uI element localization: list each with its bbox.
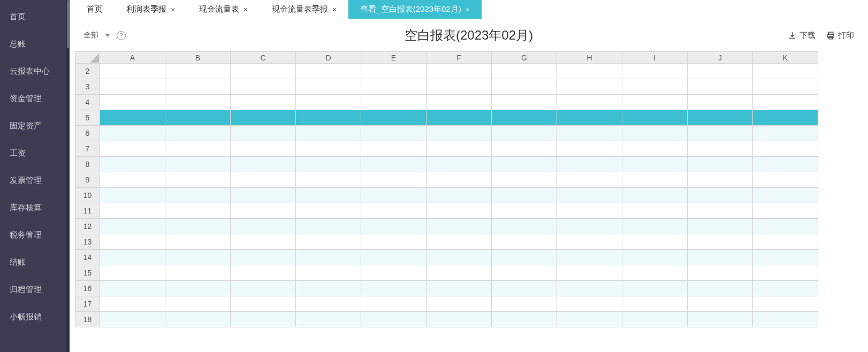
- cell[interactable]: [688, 250, 753, 265]
- download-button[interactable]: 下载: [788, 30, 816, 41]
- cell[interactable]: [231, 281, 296, 296]
- sidebar-item-tax[interactable]: 税务管理: [0, 221, 70, 249]
- cell[interactable]: [557, 172, 622, 188]
- cell[interactable]: [753, 219, 818, 234]
- row-header[interactable]: 4: [75, 95, 100, 110]
- sheet-corner[interactable]: [75, 52, 100, 64]
- cell[interactable]: [296, 79, 361, 95]
- cell[interactable]: [231, 64, 296, 79]
- cell[interactable]: [361, 265, 427, 281]
- cell[interactable]: [688, 219, 753, 234]
- sidebar-item-invoice[interactable]: 发票管理: [0, 167, 70, 194]
- cell[interactable]: [622, 95, 688, 110]
- cell[interactable]: [231, 110, 296, 126]
- cell[interactable]: [296, 219, 361, 234]
- cell[interactable]: [296, 172, 361, 188]
- cell[interactable]: [557, 250, 622, 265]
- cell[interactable]: [492, 312, 557, 327]
- cell[interactable]: [753, 312, 818, 327]
- column-header[interactable]: A: [100, 52, 165, 64]
- cell[interactable]: [100, 172, 165, 188]
- cell[interactable]: [361, 64, 427, 79]
- cell[interactable]: [361, 79, 427, 95]
- cell[interactable]: [688, 203, 753, 219]
- cell[interactable]: [361, 157, 427, 172]
- cell[interactable]: [231, 296, 296, 312]
- row-header[interactable]: 3: [75, 79, 100, 95]
- spreadsheet[interactable]: ABCDEFGHIJK23456789101112131415161718: [70, 51, 868, 352]
- cell[interactable]: [165, 64, 231, 79]
- sidebar-item-funds[interactable]: 资金管理: [0, 85, 70, 112]
- cell[interactable]: [100, 234, 165, 250]
- sidebar-item-ledger[interactable]: 总账: [0, 30, 70, 58]
- print-button[interactable]: 打印: [826, 30, 854, 41]
- cell[interactable]: [165, 188, 231, 203]
- cell[interactable]: [622, 172, 688, 188]
- cell[interactable]: [492, 172, 557, 188]
- row-header[interactable]: 11: [75, 203, 100, 219]
- cell[interactable]: [427, 110, 492, 126]
- cell[interactable]: [557, 203, 622, 219]
- cell[interactable]: [165, 312, 231, 327]
- sidebar-scrollbar-thumb[interactable]: [67, 0, 69, 48]
- cell[interactable]: [296, 281, 361, 296]
- column-header[interactable]: I: [622, 52, 688, 64]
- cell[interactable]: [361, 126, 427, 141]
- cell[interactable]: [427, 234, 492, 250]
- cell[interactable]: [427, 79, 492, 95]
- cell[interactable]: [165, 203, 231, 219]
- cell[interactable]: [753, 126, 818, 141]
- cell[interactable]: [361, 172, 427, 188]
- cell[interactable]: [753, 157, 818, 172]
- cell[interactable]: [753, 141, 818, 157]
- cell[interactable]: [100, 281, 165, 296]
- cell[interactable]: [165, 95, 231, 110]
- cell[interactable]: [231, 157, 296, 172]
- cell[interactable]: [231, 312, 296, 327]
- cell[interactable]: [361, 95, 427, 110]
- cell[interactable]: [492, 203, 557, 219]
- close-icon[interactable]: ×: [243, 5, 248, 14]
- cell[interactable]: [427, 250, 492, 265]
- cell[interactable]: [492, 281, 557, 296]
- cell[interactable]: [100, 296, 165, 312]
- cell[interactable]: [165, 79, 231, 95]
- cell[interactable]: [492, 157, 557, 172]
- cell[interactable]: [100, 141, 165, 157]
- cell[interactable]: [361, 110, 427, 126]
- cell[interactable]: [427, 188, 492, 203]
- cell[interactable]: [427, 172, 492, 188]
- cell[interactable]: [622, 265, 688, 281]
- tab-view-blank-report[interactable]: 查看_空白报表(2023年02月) ×: [348, 0, 482, 19]
- column-header[interactable]: E: [361, 52, 427, 64]
- cell[interactable]: [622, 141, 688, 157]
- sidebar-item-home[interactable]: 首页: [0, 3, 70, 30]
- cell[interactable]: [231, 203, 296, 219]
- cell[interactable]: [492, 126, 557, 141]
- column-header[interactable]: D: [296, 52, 361, 64]
- cell[interactable]: [622, 64, 688, 79]
- cell[interactable]: [622, 203, 688, 219]
- cell[interactable]: [492, 188, 557, 203]
- cell[interactable]: [753, 64, 818, 79]
- cell[interactable]: [753, 110, 818, 126]
- cell[interactable]: [100, 188, 165, 203]
- cell[interactable]: [231, 265, 296, 281]
- cell[interactable]: [361, 188, 427, 203]
- cell[interactable]: [688, 79, 753, 95]
- sidebar-item-cloud-report[interactable]: 云报表中心: [0, 58, 70, 85]
- help-icon[interactable]: ?: [117, 31, 126, 40]
- cell[interactable]: [492, 234, 557, 250]
- cell[interactable]: [165, 172, 231, 188]
- cell[interactable]: [231, 126, 296, 141]
- cell[interactable]: [492, 79, 557, 95]
- cell[interactable]: [231, 188, 296, 203]
- cell[interactable]: [622, 110, 688, 126]
- tab-profit-quarter[interactable]: 利润表季报 ×: [115, 0, 187, 19]
- cell[interactable]: [492, 296, 557, 312]
- row-header[interactable]: 17: [75, 296, 100, 312]
- cell[interactable]: [688, 141, 753, 157]
- cell[interactable]: [165, 250, 231, 265]
- cell[interactable]: [622, 126, 688, 141]
- cell[interactable]: [753, 296, 818, 312]
